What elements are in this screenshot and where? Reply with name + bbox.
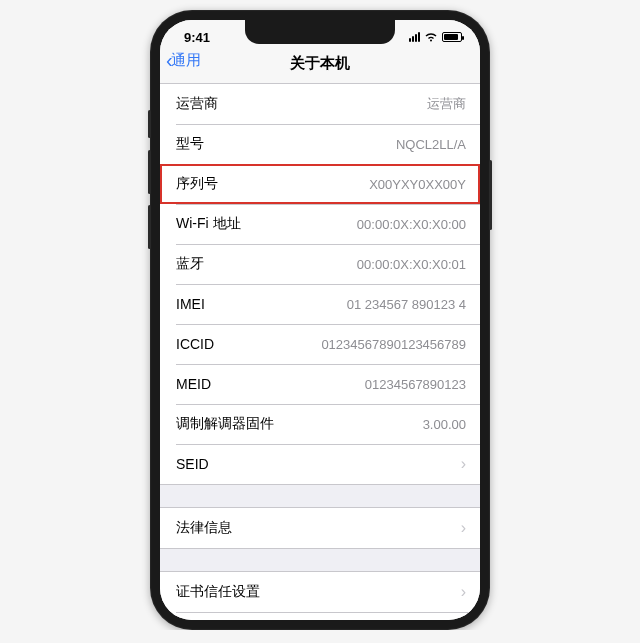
row-4[interactable]: 蓝牙00:00:0X:X0:X0:01 — [160, 244, 480, 284]
row-6[interactable]: ICCID0123456789012345678​9 — [160, 324, 480, 364]
row-label: 法律信息 — [176, 519, 232, 537]
wifi-icon — [424, 30, 438, 45]
volume-down-button — [148, 205, 151, 249]
row-value: 3.00.00 — [423, 417, 466, 432]
row-label: 序列号 — [176, 175, 218, 193]
row-label: SEID — [176, 456, 209, 472]
row-value: NQCL2LL/A — [396, 137, 466, 152]
row-value: 运营商 — [427, 95, 466, 113]
row-value: X00YXY0XX00Y — [369, 177, 466, 192]
row-5[interactable]: IMEI01 234567 890123 4 — [160, 284, 480, 324]
mute-switch — [148, 110, 151, 138]
row-value: 01 234567 890123 4 — [347, 297, 466, 312]
section-spacer — [160, 548, 480, 572]
screen: 9:41 ‹ 通用 关于本机 运营商运营商型号NQCL2LL/A序列号X00YX… — [160, 20, 480, 620]
power-button — [489, 160, 492, 230]
section-spacer — [160, 484, 480, 508]
row-3[interactable]: Wi-Fi 地址00:00:0X:X0:X0:00 — [160, 204, 480, 244]
row-label: Wi-Fi 地址 — [176, 215, 241, 233]
row-7[interactable]: MEID01234567890123 — [160, 364, 480, 404]
cellular-signal-icon — [409, 32, 420, 42]
row-0[interactable]: 运营商运营商 — [160, 84, 480, 124]
row-value: 0123456789012345678​9 — [321, 337, 466, 352]
row-value: 00:00:0X:X0:X0:00 — [357, 217, 466, 232]
row-cert-trust[interactable]: 证书信任设置› — [160, 572, 480, 612]
back-button[interactable]: ‹ 通用 — [166, 50, 201, 70]
row-2[interactable]: 序列号X00YXY0XX00Y — [160, 164, 480, 204]
row-legal[interactable]: 法律信息› — [160, 508, 480, 548]
notch — [245, 20, 395, 44]
settings-list[interactable]: 运营商运营商型号NQCL2LL/A序列号X00YXY0XX00YWi-Fi 地址… — [160, 84, 480, 620]
volume-up-button — [148, 150, 151, 194]
row-value: 01234567890123 — [365, 377, 466, 392]
row-1[interactable]: 型号NQCL2LL/A — [160, 124, 480, 164]
row-label: 蓝牙 — [176, 255, 204, 273]
row-label: 运营商 — [176, 95, 218, 113]
row-label: 调制解调器固件 — [176, 415, 274, 433]
page-title: 关于本机 — [290, 54, 350, 73]
row-8[interactable]: 调制解调器固件3.00.00 — [160, 404, 480, 444]
chevron-right-icon: › — [461, 519, 466, 537]
nav-bar: ‹ 通用 关于本机 — [160, 48, 480, 84]
row-label: IMEI — [176, 296, 205, 312]
back-label: 通用 — [171, 51, 201, 70]
row-9[interactable]: SEID› — [160, 444, 480, 484]
chevron-right-icon: › — [461, 455, 466, 473]
row-label: ICCID — [176, 336, 214, 352]
row-label: 证书信任设置 — [176, 583, 260, 601]
row-value: 00:00:0X:X0:X0:01 — [357, 257, 466, 272]
row-label: MEID — [176, 376, 211, 392]
chevron-right-icon: › — [461, 583, 466, 601]
battery-icon — [442, 32, 462, 42]
phone-frame: 9:41 ‹ 通用 关于本机 运营商运营商型号NQCL2LL/A序列号X00YX… — [150, 10, 490, 630]
row-label: 型号 — [176, 135, 204, 153]
